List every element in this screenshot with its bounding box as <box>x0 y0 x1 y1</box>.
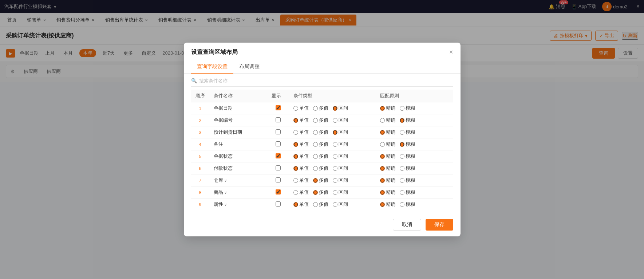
modal-header: 设置查询区域布局 × <box>184 43 461 56</box>
modal-tab-layout[interactable]: 布局调整 <box>233 60 265 74</box>
modal-body: 🔍 顺序 条件名称 显示 条件类型 匹配原则 <box>184 74 461 82</box>
modal-overlay: 设置查询区域布局 × 查询字段设置 布局调整 🔍 <box>0 0 644 82</box>
search-input[interactable] <box>199 78 272 82</box>
search-icon: 🔍 <box>191 78 197 82</box>
modal-title: 设置查询区域布局 <box>191 48 238 56</box>
modal-tab-query-fields[interactable]: 查询字段设置 <box>191 60 233 74</box>
modal-dialog: 设置查询区域布局 × 查询字段设置 布局调整 🔍 <box>184 43 461 82</box>
modal-tabs: 查询字段设置 布局调整 <box>184 60 461 74</box>
search-bar: 🔍 <box>191 78 453 82</box>
modal-close-button[interactable]: × <box>449 48 453 56</box>
